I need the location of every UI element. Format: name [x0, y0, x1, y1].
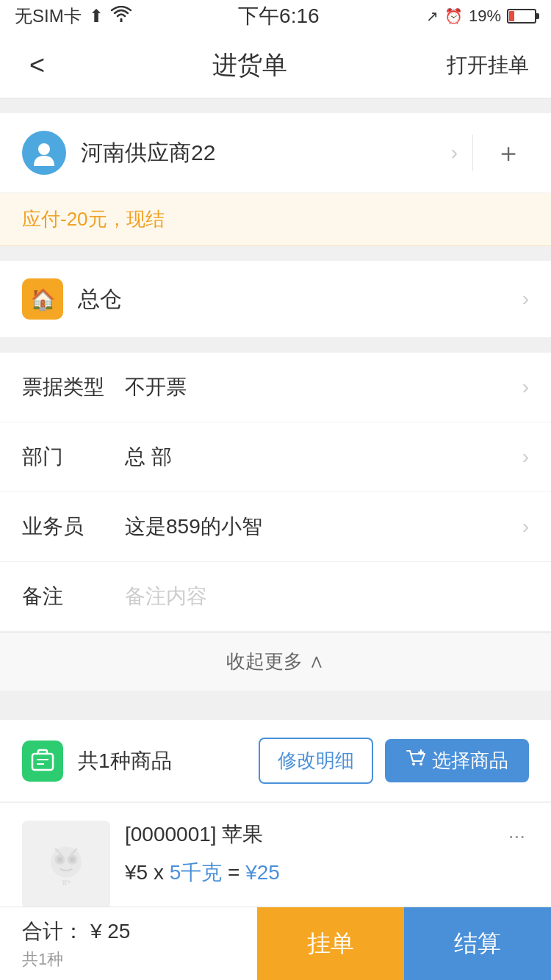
department-row[interactable]: 部门 总 部 ›: [0, 422, 551, 492]
supplier-name: 河南供应商22: [81, 138, 451, 168]
section-divider-4: [0, 691, 551, 705]
product-price: ¥5 x: [125, 861, 170, 884]
warehouse-section: 🏠 总仓 ›: [0, 261, 551, 338]
order-summary: 合计： ¥ 25 共1种: [0, 917, 257, 970]
products-icon: [22, 741, 63, 782]
status-time: 下午6:16: [238, 2, 320, 30]
invoice-type-value: 不开票: [125, 373, 522, 401]
warehouse-chevron-icon: ›: [522, 287, 529, 311]
products-count: 共1种商品: [78, 747, 259, 775]
product-title: 苹果: [222, 823, 263, 846]
total-label: 合计：: [22, 920, 84, 943]
alarm-icon: ⏰: [444, 7, 463, 25]
nav-bar: < 进货单 打开挂单: [0, 32, 551, 98]
collapse-button[interactable]: 收起更多 ∧: [0, 632, 551, 691]
supplier-section: 河南供应商22 › ＋ 应付-20元，现结: [0, 113, 551, 246]
product-subtotal: ¥25: [245, 861, 280, 884]
edit-detail-button[interactable]: 修改明细: [259, 738, 373, 784]
total-value: ¥ 25: [90, 920, 131, 943]
product-quantity: 5千克: [170, 861, 223, 884]
svg-point-0: [38, 143, 50, 155]
salesperson-row[interactable]: 业务员 这是859的小智 ›: [0, 492, 551, 562]
battery-percentage: 19%: [469, 7, 501, 26]
supplier-chevron-icon: ›: [451, 141, 458, 165]
battery-icon: [507, 9, 536, 24]
warehouse-name: 总仓: [78, 284, 522, 314]
back-button[interactable]: <: [22, 43, 52, 88]
add-supplier-button[interactable]: ＋: [488, 131, 529, 175]
form-section: 票据类型 不开票 › 部门 总 部 › 业务员 这是859的小智 › 备注 备注…: [0, 353, 551, 691]
open-pending-button[interactable]: 打开挂单: [447, 51, 529, 79]
wifi-icon: ⬆: [89, 6, 104, 26]
remark-label: 备注: [22, 583, 110, 610]
remark-placeholder[interactable]: 备注内容: [125, 583, 529, 610]
invoice-type-row[interactable]: 票据类型 不开票 ›: [0, 353, 551, 422]
select-product-label: 选择商品: [432, 748, 508, 774]
salesperson-label: 业务员: [22, 513, 110, 541]
page-title: 进货单: [212, 48, 287, 82]
items-count: 共1种: [22, 948, 235, 970]
product-formula: ¥5 x 5千克 = ¥25: [125, 859, 490, 887]
svg-point-11: [57, 857, 62, 862]
invoice-chevron-icon: ›: [522, 375, 529, 399]
supplier-row[interactable]: 河南供应商22 › ＋: [0, 113, 551, 193]
department-label: 部门: [22, 443, 110, 471]
products-header: 共1种商品 修改明细 选择商品: [0, 720, 551, 801]
department-chevron-icon: ›: [522, 445, 529, 469]
warehouse-row[interactable]: 🏠 总仓 ›: [0, 261, 551, 338]
invoice-type-label: 票据类型: [22, 373, 110, 401]
remark-row[interactable]: 备注 备注内容: [0, 562, 551, 632]
carrier-text: 无SIM卡: [15, 4, 82, 28]
total-amount: 合计： ¥ 25: [22, 917, 235, 945]
cart-icon: [406, 749, 426, 772]
bottom-bar: 合计： ¥ 25 共1种 挂单 结算: [0, 907, 551, 980]
location-icon: ↗: [426, 7, 439, 25]
supplier-info-banner: 应付-20元，现结: [0, 193, 551, 246]
status-bar: 无SIM卡 ⬆ 下午6:16 ↗ ⏰ 19%: [0, 0, 551, 32]
svg-point-12: [70, 857, 75, 862]
product-info: [0000001] 苹果 ¥5 x 5千克 = ¥25: [125, 821, 490, 887]
salesperson-value: 这是859的小智: [125, 513, 522, 541]
section-divider-2: [0, 246, 551, 261]
product-thumbnail: 管+: [22, 821, 110, 909]
section-divider-3: [0, 338, 551, 353]
product-equals: =: [228, 861, 245, 884]
wifi-signal: [111, 6, 132, 26]
svg-rect-1: [32, 754, 53, 770]
svg-point-4: [412, 763, 415, 765]
warehouse-icon: 🏠: [22, 278, 63, 320]
vertical-divider: [472, 134, 473, 171]
hang-button[interactable]: 挂单: [257, 907, 404, 981]
svg-text:管+: 管+: [62, 879, 71, 886]
product-name: [0000001] 苹果: [125, 821, 490, 849]
product-menu-button[interactable]: ···: [505, 821, 529, 851]
svg-point-5: [419, 763, 422, 765]
checkout-button[interactable]: 结算: [404, 907, 551, 981]
select-product-button[interactable]: 选择商品: [385, 739, 529, 782]
product-id: [0000001]: [125, 823, 222, 846]
supplier-avatar: [22, 131, 66, 175]
section-divider-1: [0, 98, 551, 113]
salesperson-chevron-icon: ›: [522, 515, 529, 538]
status-carrier: 无SIM卡 ⬆: [15, 4, 132, 28]
status-indicators: ↗ ⏰ 19%: [426, 7, 536, 26]
department-value: 总 部: [125, 443, 522, 471]
svg-point-8: [51, 847, 82, 878]
